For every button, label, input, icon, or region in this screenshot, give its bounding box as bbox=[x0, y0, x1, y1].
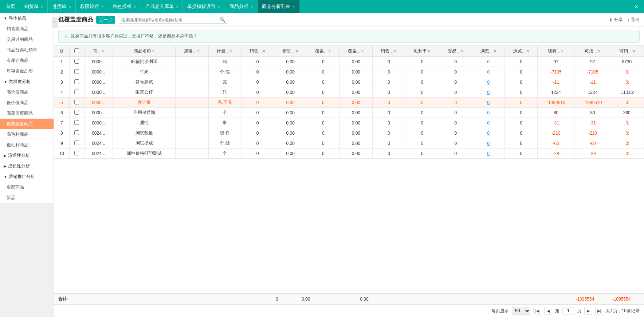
cell-browse1[interactable]: 0 bbox=[472, 148, 505, 159]
close-tab-icon[interactable]: × bbox=[251, 4, 253, 9]
sidebar-item-高毛利商品[interactable]: 高毛利商品 bbox=[0, 129, 54, 140]
row-checkbox[interactable] bbox=[74, 79, 79, 84]
close-tab-icon[interactable]: × bbox=[292, 4, 295, 9]
row-checkbox[interactable] bbox=[74, 69, 79, 74]
browse-link[interactable]: 0 bbox=[487, 141, 490, 146]
sidebar-item-高价值商品[interactable]: 高价值商品 bbox=[0, 87, 54, 98]
close-tab-icon[interactable]: × bbox=[218, 4, 220, 9]
sidebar-section-整体信息[interactable]: ▼整体信息 bbox=[0, 13, 54, 24]
sidebar-item-库存资金占用[interactable]: 库存资金占用 bbox=[0, 66, 54, 76]
sidebar-section-类群度分析[interactable]: ▼类群度分析 bbox=[0, 76, 54, 87]
nav-item-产成品入库单[interactable]: 产成品入库单× bbox=[141, 0, 183, 13]
col-header-sales_qty[interactable]: 销售...⇅ bbox=[241, 46, 274, 57]
row-checkbox[interactable] bbox=[74, 151, 79, 155]
browse-link[interactable]: 0 bbox=[487, 59, 490, 64]
cell-browse1[interactable]: 0 bbox=[472, 67, 505, 77]
col-header-sellable[interactable]: 可销...⇅ bbox=[611, 46, 644, 57]
browse-link[interactable]: 0 bbox=[487, 110, 490, 115]
share-btn[interactable]: ⬆ 分享 bbox=[609, 17, 623, 23]
close-tab-icon[interactable]: × bbox=[68, 4, 71, 9]
sidebar-item-低覆盖度商品[interactable]: 低覆盖度商品 bbox=[0, 119, 54, 129]
cell-cb[interactable] bbox=[69, 148, 84, 159]
nav-item-商品分析[interactable]: 商品分析× bbox=[225, 0, 258, 13]
close-tab-icon[interactable]: × bbox=[134, 4, 136, 9]
cell-browse1[interactable]: 0 bbox=[472, 77, 505, 87]
col-header-available[interactable]: 可用...⇅ bbox=[574, 46, 611, 57]
nav-item-商品分析列表[interactable]: 商品分析列表× bbox=[258, 0, 299, 13]
close-tab-icon[interactable]: × bbox=[176, 4, 178, 9]
nav-item-单据模板设置[interactable]: 单据模板设置× bbox=[183, 0, 225, 13]
nav-item-角色授权[interactable]: 角色授权× bbox=[108, 0, 141, 13]
cell-cb[interactable] bbox=[69, 67, 84, 77]
browse-link[interactable]: 0 bbox=[487, 90, 490, 95]
row-checkbox[interactable] bbox=[74, 90, 79, 94]
nav-item-首页[interactable]: 首页 bbox=[1, 0, 20, 13]
select-all-checkbox[interactable] bbox=[74, 48, 79, 53]
sidebar-item-有库存商品[interactable]: 有库存商品 bbox=[0, 55, 54, 66]
col-header-name[interactable]: 商品名称⇅ bbox=[113, 46, 176, 57]
col-header-gear[interactable]: ⚙ bbox=[54, 46, 70, 57]
cell-cb[interactable] bbox=[69, 138, 84, 148]
date-filter-btn[interactable]: 近一月 bbox=[96, 16, 115, 24]
close-all-btn[interactable]: × bbox=[631, 3, 643, 10]
page-input[interactable] bbox=[562, 307, 574, 314]
sidebar-section-成长性分析[interactable]: ▶成长性分析 bbox=[0, 161, 54, 171]
sidebar-item-销售类商品[interactable]: 销售类商品 bbox=[0, 24, 54, 34]
nav-item-权限设置[interactable]: 权限设置× bbox=[76, 0, 108, 13]
prev-first-btn[interactable]: |◀ bbox=[533, 307, 541, 315]
cell-cb[interactable] bbox=[69, 118, 84, 128]
row-checkbox[interactable] bbox=[74, 120, 79, 125]
cell-cb[interactable] bbox=[69, 108, 84, 118]
sidebar-collapse-btn[interactable]: « bbox=[52, 17, 58, 28]
browse-link[interactable]: 0 bbox=[487, 120, 490, 126]
cell-browse1[interactable]: 0 bbox=[472, 118, 505, 128]
browse-link[interactable]: 0 bbox=[487, 100, 490, 105]
col-header-spec[interactable]: 规格...⇅ bbox=[176, 46, 208, 57]
close-tab-icon[interactable]: × bbox=[101, 4, 103, 9]
next-btn[interactable]: ▶ bbox=[584, 307, 592, 315]
col-header-cover2[interactable]: 覆盖...⇅ bbox=[339, 46, 372, 57]
col-header-unit[interactable]: 计量...⇅ bbox=[208, 46, 241, 57]
nav-item-销货单[interactable]: 销货单× bbox=[20, 0, 48, 13]
row-checkbox[interactable] bbox=[74, 140, 79, 145]
sidebar-item-全部商品[interactable]: 全部商品 bbox=[0, 182, 54, 193]
sidebar-item-低价值商品[interactable]: 低价值商品 bbox=[0, 98, 54, 108]
col-header-sales_amt[interactable]: 销售...⇅ bbox=[274, 46, 307, 57]
cell-browse1[interactable]: 0 bbox=[472, 138, 505, 148]
col-header-profit_rate[interactable]: 毛利率⇅ bbox=[405, 46, 439, 57]
cell-cb[interactable] bbox=[69, 87, 84, 98]
col-header-checkbox[interactable] bbox=[69, 46, 84, 57]
col-header-current_stock[interactable]: 现有...⇅ bbox=[538, 46, 574, 57]
sidebar-item-低毛利商品[interactable]: 低毛利商品 bbox=[0, 140, 54, 150]
prev-btn[interactable]: ◀ bbox=[544, 307, 552, 315]
page-size-select[interactable]: 2050100 bbox=[512, 307, 530, 315]
export-btn[interactable]: ↓ 导出 bbox=[627, 17, 640, 23]
cell-cb[interactable] bbox=[69, 98, 84, 108]
sidebar-item-商品分类动销率[interactable]: 商品分类动销率 bbox=[0, 45, 54, 55]
cell-browse1[interactable]: 0 bbox=[472, 98, 505, 108]
browse-link[interactable]: 0 bbox=[487, 131, 490, 136]
browse-link[interactable]: 0 bbox=[487, 80, 490, 85]
sidebar-item-高覆盖度商品[interactable]: 高覆盖度商品 bbox=[0, 108, 54, 119]
cell-browse1[interactable]: 0 bbox=[472, 87, 505, 98]
nav-item-进货单[interactable]: 进货单× bbox=[48, 0, 75, 13]
row-checkbox[interactable] bbox=[74, 130, 79, 135]
col-header-code[interactable]: 商...⇅ bbox=[84, 46, 113, 57]
sidebar-item-新品[interactable]: 新品 bbox=[0, 193, 54, 203]
cell-browse1[interactable]: 0 bbox=[472, 108, 505, 118]
cell-cb[interactable] bbox=[69, 128, 84, 138]
search-input[interactable] bbox=[121, 17, 220, 23]
close-tab-icon[interactable]: × bbox=[41, 4, 43, 9]
sidebar-section-营销推广分析[interactable]: ▼营销推广分析 bbox=[0, 171, 54, 182]
col-header-browse1[interactable]: 浏览...⇅ bbox=[472, 46, 505, 57]
browse-link[interactable]: 0 bbox=[487, 70, 490, 75]
sidebar-section-流通性分析[interactable]: ▶流通性分析 bbox=[0, 150, 54, 161]
col-header-sales3[interactable]: 销售...⇅ bbox=[372, 46, 405, 57]
gear-icon[interactable]: ⚙ bbox=[59, 48, 64, 54]
row-checkbox[interactable] bbox=[74, 59, 79, 64]
cell-cb[interactable] bbox=[69, 57, 84, 67]
cell-browse1[interactable]: 0 bbox=[472, 128, 505, 138]
sidebar-item-交易过的商品[interactable]: 交易过的商品 bbox=[0, 34, 54, 45]
row-checkbox[interactable] bbox=[74, 100, 79, 104]
col-header-trade[interactable]: 交易...⇅ bbox=[439, 46, 472, 57]
